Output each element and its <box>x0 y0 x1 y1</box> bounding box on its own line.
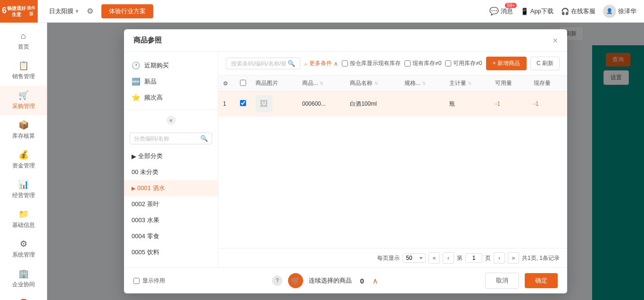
help-icon[interactable]: ? <box>272 275 282 286</box>
category-item-00[interactable]: 00 未分类 <box>124 164 218 180</box>
sidebar-item-base[interactable]: 📁 基础信息 <box>0 204 47 234</box>
sidebar-item-operations[interactable]: 📊 经营管理 <box>0 175 47 204</box>
col-code: 商品... ⇅ <box>297 75 346 92</box>
footer-center: ? 🛒 连续选择的商品 0 ∧ <box>171 273 479 288</box>
display-disabled-checkbox[interactable] <box>133 278 140 284</box>
row-unit-cell: 瓶 <box>445 92 491 117</box>
col-checkbox <box>235 75 251 92</box>
col-settings[interactable]: ⚙ <box>218 75 235 92</box>
checkbox-by-warehouse[interactable]: 按仓库显示现有库存 <box>342 59 401 67</box>
sort-arrows-code[interactable]: ⇅ <box>320 81 323 86</box>
next-page-btn[interactable]: › <box>494 252 505 264</box>
recent-buy-item[interactable]: 🕐 近期购买 <box>124 58 218 74</box>
confirm-btn[interactable]: 确定 <box>525 273 558 288</box>
first-page-btn[interactable]: « <box>429 252 440 264</box>
frequent-item[interactable]: ⭐ 频次高 <box>124 90 218 106</box>
collapse-panel-btn[interactable]: « <box>166 116 176 125</box>
category-item-0005[interactable]: 0005 饮料 <box>124 244 218 260</box>
main-layout: ⌂ 首页 📋 销售管理 🛒 采购管理 📦 库存核算 💰 资金管理 📊 经营管理 … <box>0 23 644 300</box>
warehouse-checkbox[interactable] <box>342 60 348 67</box>
category-search-input[interactable] <box>134 135 198 142</box>
messages-icon[interactable]: 💬 99+ 消息 <box>489 7 513 16</box>
sidebar: ⌂ 首页 📋 销售管理 🛒 采购管理 📦 库存核算 💰 资金管理 📊 经营管理 … <box>0 23 47 300</box>
online-service[interactable]: 🎧 在线客服 <box>561 7 595 16</box>
finance-icon: 💰 <box>18 150 29 160</box>
new-items-item[interactable]: 🆕 新品 <box>124 74 218 90</box>
all-categories-arrow: ▶ <box>132 153 136 160</box>
usable-nonzero-checkbox[interactable] <box>445 60 451 67</box>
cart-icon[interactable]: 🛒 <box>288 273 303 288</box>
operations-icon: 📊 <box>18 179 29 190</box>
available-nonzero-checkbox[interactable] <box>405 60 411 67</box>
checkbox-usable-nonzero[interactable]: 可用库存≠0 <box>445 59 482 67</box>
add-product-btn[interactable]: + 新增商品 <box>486 57 527 70</box>
user-profile[interactable]: 👤 徐泽华 <box>603 5 636 18</box>
main-content: 查询 设置 刷新 商品参照 × 🕐 <box>47 23 644 300</box>
page-size-select[interactable]: 50 10 20 100 <box>403 253 426 263</box>
sidebar-item-home[interactable]: ⌂ 首页 <box>0 26 47 56</box>
left-panel: 🕐 近期购买 🆕 新品 ⭐ 频次高 <box>124 52 218 267</box>
sidebar-item-enterprise[interactable]: 🏢 企业协同 <box>0 264 47 293</box>
modal-title: 商品参照 <box>133 36 162 45</box>
row-stock-cell: -1 <box>529 92 567 117</box>
modal-close-btn[interactable]: × <box>553 36 558 45</box>
product-search-input[interactable] <box>231 60 286 67</box>
sidebar-item-inventory[interactable]: 📦 库存核算 <box>0 115 47 145</box>
page-number-input[interactable] <box>465 253 482 263</box>
select-all-checkbox[interactable] <box>240 80 246 86</box>
selected-count: 0 <box>357 277 367 285</box>
refresh-btn[interactable]: C 刷新 <box>530 57 560 70</box>
product-reference-modal: 商品参照 × 🕐 近期购买 🆕 <box>124 29 567 293</box>
system-icon: ⚙ <box>20 239 27 249</box>
category-item-0001[interactable]: ▶ 0001 酒水 <box>124 180 218 196</box>
modal-footer: 显示停用 ? 🛒 连续选择的商品 0 ∧ 取消 确定 <box>124 267 567 293</box>
sidebar-item-finance[interactable]: 💰 资金管理 <box>0 145 47 175</box>
experience-btn[interactable]: 体验行业方案 <box>101 4 153 18</box>
search-icon: 🔍 <box>288 60 295 67</box>
row-image-cell: 🖼 <box>251 92 297 117</box>
filter-more-btn[interactable]: ⬦ 更多条件 ∧ <box>304 59 338 67</box>
row-checkbox[interactable] <box>240 100 246 106</box>
store-selector[interactable]: 日太阳膜 ▾ <box>45 5 83 17</box>
sidebar-item-sales[interactable]: 📋 销售管理 <box>0 56 47 85</box>
search-bar: 🔍 ⬦ 更多条件 ∧ 按仓库显示现有库存 <box>218 52 567 75</box>
search-input-wrap: 🔍 <box>226 58 300 69</box>
category-item-0003[interactable]: 0003 水果 <box>124 212 218 228</box>
sidebar-item-purchase[interactable]: 🛒 采购管理 <box>0 85 47 115</box>
app-download[interactable]: 📱 App下载 <box>520 7 553 16</box>
last-page-btn[interactable]: » <box>508 252 519 264</box>
sidebar-item-system[interactable]: ⚙ 系统管理 <box>0 234 47 264</box>
checkbox-available-nonzero[interactable]: 现有库存≠0 <box>405 59 441 67</box>
row-checkbox-cell <box>235 92 251 117</box>
top-nav-content: 日太阳膜 ▾ ⚙ 体验行业方案 <box>38 4 489 19</box>
category-item-0004[interactable]: 0004 零食 <box>124 228 218 244</box>
col-stock: 现存量 <box>529 75 567 92</box>
modal-overlay: 商品参照 × 🕐 近期购买 🆕 <box>47 23 644 300</box>
category-search-wrap: 🔍 <box>130 133 212 144</box>
table-row[interactable]: 1 🖼 000600... 白酒100ml 瓶 <box>218 92 567 117</box>
category-item-0008[interactable]: 0008 水 <box>124 260 218 264</box>
continuous-select-label: 连续选择的商品 <box>309 276 352 285</box>
app-logo: 6 畅捷通好生意 插件版 <box>0 0 38 23</box>
gear-icon[interactable]: ⚙ <box>83 4 98 19</box>
store-selector-chevron: ▾ <box>75 8 79 15</box>
table-body: 1 🖼 000600... 白酒100ml 瓶 <box>218 92 567 117</box>
toolbar-right: + 新增商品 C 刷新 <box>486 57 560 70</box>
category-search-icon: 🔍 <box>200 135 208 142</box>
footer-collapse-arrow[interactable]: ∧ <box>372 276 378 285</box>
category-item-0002[interactable]: 0002 茶叶 <box>124 196 218 212</box>
sort-arrows-spec[interactable]: ⇅ <box>422 81 426 86</box>
prev-page-btn[interactable]: ‹ <box>443 252 454 264</box>
filter-arrow-icon: ∧ <box>334 60 338 67</box>
cancel-btn[interactable]: 取消 <box>485 273 519 289</box>
nav-right: 💬 99+ 消息 📱 App下载 🎧 在线客服 👤 徐泽华 <box>489 5 636 18</box>
sidebar-item-guide[interactable]: 🎯 新手引导 <box>0 293 47 300</box>
category-all[interactable]: ▶ 全部分类 <box>124 148 218 164</box>
display-disabled-label[interactable]: 显示停用 <box>133 277 165 285</box>
product-table: ⚙ 商品图片 商品... ⇅ 商品名称 <box>218 75 567 117</box>
sort-arrows-name[interactable]: ⇅ <box>374 81 378 86</box>
sort-arrows-unit[interactable]: ⇅ <box>468 81 471 86</box>
row-name-cell: 白酒100ml <box>345 92 399 117</box>
product-table-wrap: ⚙ 商品图片 商品... ⇅ 商品名称 <box>218 75 567 248</box>
row-index: 1 <box>218 92 235 117</box>
